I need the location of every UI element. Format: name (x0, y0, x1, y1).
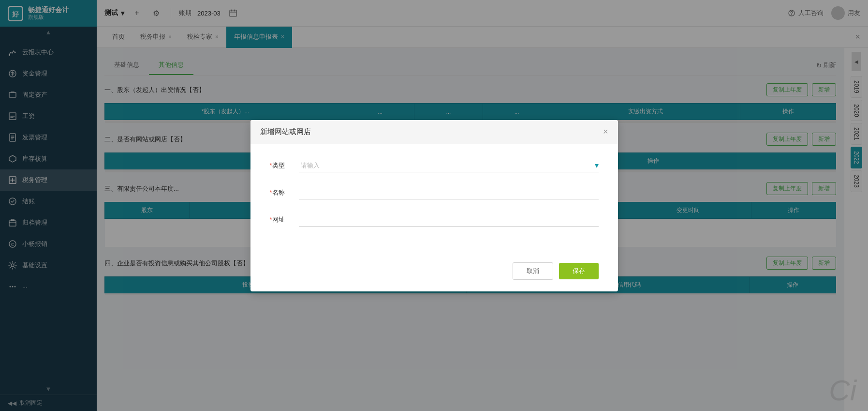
cancel-button[interactable]: 取消 (513, 262, 553, 280)
form-row-type: *类型 ▾ (270, 159, 599, 172)
form-input-wrap-name (299, 186, 599, 199)
modal-overlay[interactable]: 新增网站或网店 × *类型 ▾ *名称 (0, 0, 868, 411)
name-input[interactable] (299, 186, 599, 199)
dialog-footer: 取消 保存 (250, 255, 618, 291)
form-input-wrap-type: ▾ (299, 159, 599, 172)
dialog-header: 新增网站或网店 × (250, 120, 618, 144)
type-dropdown-icon[interactable]: ▾ (595, 161, 599, 170)
form-label-url: *网址 (270, 215, 299, 224)
form-row-url: *网址 (270, 213, 599, 227)
dialog-title: 新增网站或网店 (260, 127, 311, 137)
type-input[interactable] (299, 159, 595, 172)
dialog-close-button[interactable]: × (603, 127, 608, 137)
add-website-dialog: 新增网站或网店 × *类型 ▾ *名称 (250, 120, 618, 291)
form-label-type: *类型 (270, 161, 299, 170)
dialog-body: *类型 ▾ *名称 *网址 (250, 144, 618, 255)
form-input-wrap-url (299, 213, 599, 227)
form-row-name: *名称 (270, 186, 599, 199)
form-label-name: *名称 (270, 188, 299, 197)
url-input[interactable] (299, 213, 599, 226)
save-button[interactable]: 保存 (559, 263, 599, 279)
